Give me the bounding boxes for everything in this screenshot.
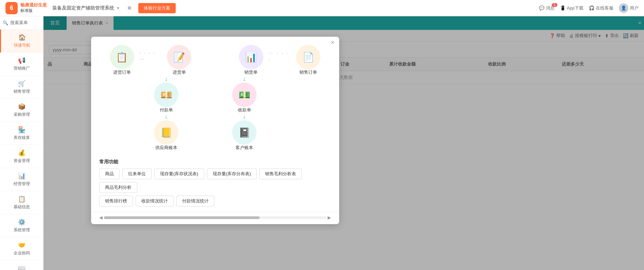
common-btn-sales-profit[interactable]: 销售毛利分析表: [259, 168, 302, 179]
common-btn-stock-dist[interactable]: 现存量(库存分布表): [207, 168, 257, 179]
spacer8b: [142, 113, 147, 120]
sales-icon: 🛒: [18, 80, 25, 87]
message-button[interactable]: 💬 消息 6: [539, 5, 555, 11]
sidebar-item-basic-info[interactable]: 📋 基础信息: [0, 191, 43, 214]
common-buttons-row2: 销售排行榜 收款情况统计 付款情况统计: [99, 196, 331, 206]
customer-ledger-icon: 📓: [232, 120, 257, 145]
basic-info-icon: 📋: [18, 195, 25, 203]
sidebar-item-enterprise[interactable]: 🤝 企业协同: [0, 237, 43, 260]
chevron-down-purchase: ↓: [165, 75, 168, 83]
sidebar-item-finance[interactable]: 💰 资金管理: [0, 145, 43, 168]
user-menu[interactable]: 👤 用户: [619, 3, 639, 13]
spacer9: [185, 113, 226, 120]
common-btn-partner[interactable]: 往来单位: [122, 168, 152, 179]
marketing-icon: 📢: [18, 57, 25, 64]
common-btn-product-profit[interactable]: 商品毛利分析: [99, 182, 137, 193]
logo-icon: 6: [5, 2, 18, 14]
system-icon: ⚙️: [18, 218, 25, 226]
arrow-down-receipt: ↓: [226, 113, 263, 120]
spacer3: [185, 75, 226, 83]
message-badge: 6: [552, 3, 557, 7]
flow-node-receipt-slip[interactable]: 💵 收款单: [226, 83, 263, 113]
app-download-button[interactable]: 📱 App下载: [560, 5, 584, 11]
flow-node-purchase-order[interactable]: 📋 进货订单: [105, 45, 139, 75]
modal-box: × 📋 进货订单 - - - - →: [91, 37, 339, 224]
common-btn-product[interactable]: 商品: [99, 168, 120, 179]
spacer2: [105, 75, 142, 83]
chevron-down-receipt: ↓: [243, 113, 246, 120]
common-section-title: 常用功能: [99, 159, 331, 165]
scroll-right-arrow[interactable]: ▶: [328, 215, 331, 220]
message-icon: 💬: [539, 5, 544, 11]
purchase-slip-icon: 📝: [167, 45, 191, 69]
inventory-icon: 🏪: [18, 126, 25, 133]
settings-icon[interactable]: ⚙: [125, 3, 134, 13]
experience-button[interactable]: 体验行业方案: [138, 3, 176, 13]
common-buttons: 商品 往来单位 现存量(库存状况表) 现存量(库存分布表) 销售毛利分析表 商品…: [99, 168, 331, 193]
arrow-left-1: ← - - - -: [268, 50, 291, 62]
search-icon: 🔍: [3, 20, 8, 25]
spacer10: [268, 113, 306, 120]
sidebar-item-operation[interactable]: 📊 经营管理: [0, 168, 43, 191]
flow-node-payment-slip[interactable]: 💴 付款单: [147, 83, 185, 113]
top-bar-right: 💬 消息 6 📱 App下载 🎧 在线客服 👤 用户: [539, 3, 639, 13]
flow-node-customer-ledger[interactable]: 📓 客户账本: [226, 120, 263, 151]
finance-icon: 💰: [18, 149, 25, 157]
purchase-order-icon: 📋: [110, 45, 134, 69]
modal-close-button[interactable]: ×: [331, 39, 334, 46]
sidebar-item-guide[interactable]: 📖 新手引导: [0, 260, 43, 270]
sidebar-item-purchase[interactable]: 📦 采购管理: [0, 99, 43, 122]
flow-node-sales-order[interactable]: 📄 销售订单: [291, 45, 326, 75]
sidebar-item-quick-nav[interactable]: 🏠 快捷导航: [0, 30, 43, 53]
sidebar-item-inventory[interactable]: 🏪 库存核算: [0, 122, 43, 145]
common-btn-payment-stats[interactable]: 付款情况统计: [176, 196, 214, 206]
receipt-slip-icon: 💵: [232, 83, 257, 107]
top-bar-center: 装备及固定资产辅助管理系统 ▾ ⚙ 体验行业方案: [52, 3, 539, 13]
flow-node-supplier-ledger[interactable]: 📒 供应商账本: [147, 120, 185, 151]
system-dropdown-icon[interactable]: ▾: [117, 5, 119, 11]
arrow-down-sales: ↓: [226, 75, 263, 83]
arrow-down-payment: ↓: [147, 113, 185, 120]
chevron-down-payment: ↓: [165, 113, 168, 120]
spacer9b: [263, 113, 268, 120]
spacer2b: [142, 75, 147, 83]
sidebar-item-marketing[interactable]: 📢 营销推广: [0, 53, 43, 76]
spacer4: [268, 75, 306, 83]
enterprise-icon: 🤝: [18, 241, 25, 249]
logo-text: 畅康通好生意 标准版: [20, 2, 47, 13]
flow-node-sales-slip[interactable]: 📊 销货单: [234, 45, 268, 75]
payment-slip-icon: 💴: [154, 83, 178, 107]
common-btn-sales-rank[interactable]: 销售排行榜: [99, 196, 133, 206]
purchase-icon: 📦: [18, 103, 25, 110]
online-service-button[interactable]: 🎧 在线客服: [589, 5, 613, 11]
spacer3b: [263, 75, 268, 83]
common-section: 常用功能 商品 往来单位 现存量(库存状况表) 现存量(库存分布表) 销售毛利分…: [91, 159, 339, 212]
operation-icon: 📊: [18, 172, 25, 180]
scroll-thumb[interactable]: [104, 216, 260, 219]
modal-scrollbar: ◀ ▶: [91, 212, 339, 224]
supplier-ledger-icon: 📒: [154, 120, 178, 145]
sidebar-item-sales[interactable]: 🛒 销售管理: [0, 76, 43, 99]
sales-order-icon: 📄: [296, 45, 320, 69]
modal-overlay: × 📋 进货订单 - - - - →: [43, 16, 644, 270]
download-icon: 📱: [560, 5, 565, 11]
scroll-left-arrow[interactable]: ◀: [99, 215, 103, 220]
arrow-right-1: - - - - →: [139, 50, 162, 62]
avatar: 👤: [619, 3, 628, 13]
common-btn-stock-status[interactable]: 现存量(库存状况表): [154, 168, 204, 179]
top-bar: 6 畅康通好生意 标准版 装备及固定资产辅助管理系统 ▾ ⚙ 体验行业方案 💬 …: [0, 0, 644, 16]
system-name: 装备及固定资产辅助管理系统: [52, 5, 114, 11]
sidebar-item-system[interactable]: ⚙️ 系统管理: [0, 214, 43, 237]
sidebar: 🔍 搜索菜单 🏠 快捷导航 📢 营销推广 🛒 销售管理 📦 采购管理 🏪: [0, 16, 43, 270]
flow-node-purchase-slip[interactable]: 📝 进货单: [162, 45, 196, 75]
common-btn-receipt-stats[interactable]: 收款情况统计: [136, 196, 174, 206]
sidebar-search[interactable]: 🔍 搜索菜单: [0, 16, 43, 30]
flow-section: 📋 进货订单 - - - - → 📝 进货单: [91, 37, 339, 159]
spacer8: [105, 113, 142, 120]
sales-slip-icon: 📊: [239, 45, 263, 69]
service-icon: 🎧: [589, 5, 594, 11]
arrow-down-purchase: ↓: [147, 75, 185, 83]
logo: 6 畅康通好生意 标准版: [5, 2, 47, 14]
content-area: 首页 销售订单执行表 × × ❓ 帮助 🖨 按模板打印 ▾: [43, 16, 644, 270]
scroll-track: [104, 216, 326, 219]
